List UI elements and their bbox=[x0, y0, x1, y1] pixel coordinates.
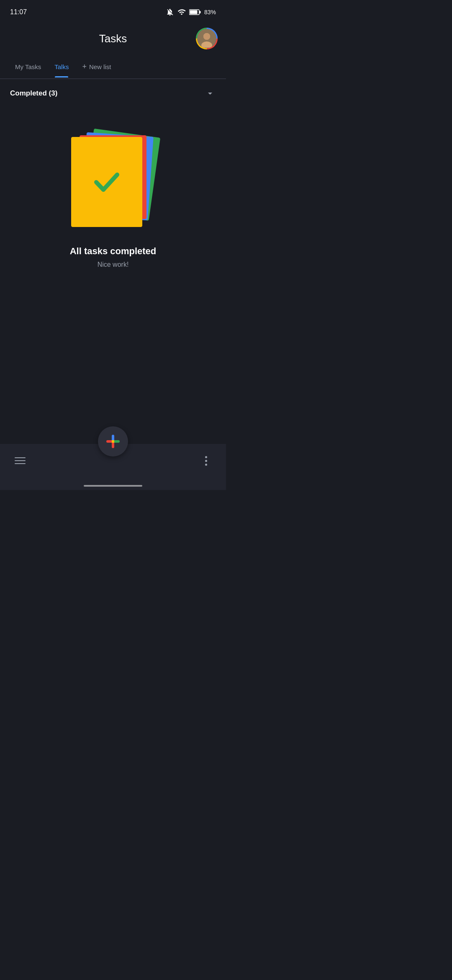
empty-state-subtitle: Nice work! bbox=[98, 261, 129, 268]
battery-icon bbox=[189, 9, 201, 15]
tasks-illustration bbox=[71, 133, 155, 229]
more-options-button[interactable] bbox=[198, 452, 214, 469]
fab-container bbox=[98, 426, 128, 456]
tab-bar: My Tasks Talks + New list bbox=[0, 55, 226, 79]
empty-state-title: All tasks completed bbox=[70, 246, 157, 257]
tab-new-list[interactable]: + New list bbox=[75, 56, 118, 78]
empty-state: All tasks completed Nice work! bbox=[0, 108, 226, 285]
avatar-image bbox=[197, 29, 216, 48]
app-header: Tasks bbox=[0, 22, 226, 55]
status-bar: 11:07 83% bbox=[0, 0, 226, 22]
chevron-down-icon bbox=[204, 88, 216, 99]
wifi-icon bbox=[177, 8, 186, 16]
mute-icon bbox=[166, 8, 174, 16]
hamburger-icon bbox=[15, 457, 26, 458]
tab-talks[interactable]: Talks bbox=[48, 57, 75, 77]
menu-button[interactable] bbox=[12, 452, 28, 469]
plus-icon: + bbox=[82, 62, 87, 71]
status-icons: 83% bbox=[166, 8, 216, 16]
add-task-button[interactable] bbox=[98, 426, 128, 456]
home-indicator bbox=[84, 485, 142, 487]
google-plus-icon bbox=[106, 435, 120, 448]
completed-section-header[interactable]: Completed (3) bbox=[0, 79, 226, 108]
more-dots-icon bbox=[205, 456, 207, 458]
svg-rect-1 bbox=[190, 10, 197, 14]
page-yellow bbox=[71, 137, 142, 227]
svg-rect-2 bbox=[199, 11, 200, 13]
completed-label: Completed (3) bbox=[10, 89, 57, 98]
user-avatar[interactable] bbox=[196, 28, 218, 49]
tab-my-tasks[interactable]: My Tasks bbox=[8, 57, 48, 77]
checkmark-icon bbox=[90, 165, 123, 199]
avatar-svg bbox=[198, 29, 216, 48]
svg-point-6 bbox=[203, 33, 210, 40]
status-time: 11:07 bbox=[10, 8, 27, 16]
page-title: Tasks bbox=[99, 32, 127, 45]
battery-percent: 83% bbox=[204, 9, 216, 15]
